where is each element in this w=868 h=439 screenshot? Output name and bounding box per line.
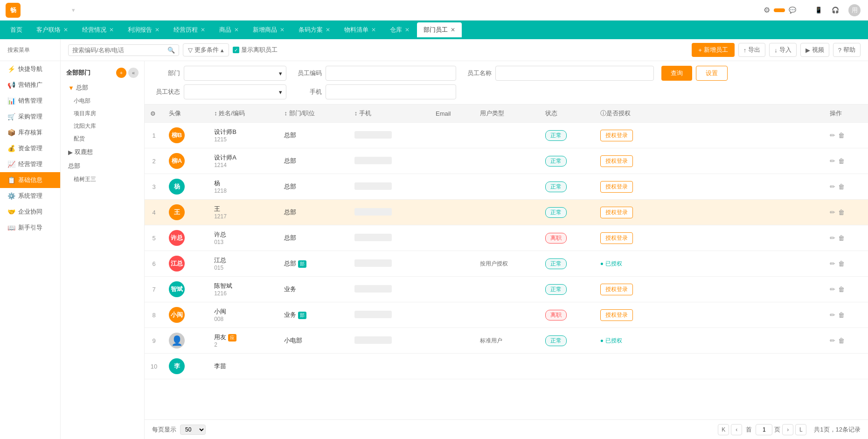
delete-button[interactable]: 🗑 — [838, 286, 845, 293]
tab-close-icon[interactable]: ✕ — [451, 27, 455, 33]
auth-button[interactable]: 授权登录 — [600, 155, 633, 167]
delete-button[interactable]: 🗑 — [838, 183, 845, 190]
help-button[interactable]: ? 帮助 — [833, 43, 861, 57]
auth-button[interactable]: 授权登录 — [600, 232, 633, 244]
dept-filter-select[interactable]: ▾ — [184, 66, 286, 81]
tab-goods[interactable]: 商品✕ — [213, 22, 245, 37]
experience-button[interactable] — [774, 8, 785, 12]
page-number-input[interactable] — [756, 424, 772, 435]
tab-close-icon[interactable]: ✕ — [155, 27, 160, 33]
phone-input[interactable] — [326, 84, 456, 99]
tab-close-icon[interactable]: ✕ — [405, 27, 410, 33]
gear-icon[interactable]: ⚙ — [764, 6, 770, 14]
sidebar-item-inventory[interactable]: 📦 库存核算 — [0, 125, 60, 140]
delete-button[interactable]: 🗑 — [838, 311, 845, 319]
delete-button[interactable]: 🗑 — [838, 209, 845, 216]
sidebar-item-basic[interactable]: 📋 基础信息 — [0, 172, 60, 188]
edit-button[interactable]: ✏ — [830, 132, 835, 139]
import-button[interactable]: ↓ 导入 — [769, 43, 797, 57]
dept-item-zongbu-parent[interactable]: ▼ 总部 — [61, 81, 144, 95]
col-setting[interactable]: ⚙ — [145, 105, 163, 123]
tab-close-icon[interactable]: ✕ — [326, 27, 330, 33]
emp-name-input[interactable] — [495, 66, 654, 81]
sidebar-item-shortcut[interactable]: ⚡ 快捷导航 — [0, 61, 60, 77]
sidebar-item-finance[interactable]: 💰 资金管理 — [0, 140, 60, 156]
tab-bom[interactable]: 物料清单✕ — [338, 22, 382, 37]
edit-button[interactable]: ✏ — [830, 234, 835, 242]
collapse-tree-button[interactable]: « — [128, 68, 139, 78]
last-page-button[interactable]: L — [795, 424, 806, 435]
delete-button[interactable]: 🗑 — [838, 234, 845, 242]
search-submit-icon[interactable]: 🔍 — [167, 47, 175, 54]
set-button[interactable]: 设置 — [696, 66, 728, 81]
delete-button[interactable]: 🗑 — [838, 157, 845, 165]
edit-button[interactable]: ✏ — [830, 260, 835, 267]
dept-item-zhishu[interactable]: 植树王三 — [61, 173, 144, 186]
tab-close-icon[interactable]: ✕ — [234, 27, 239, 33]
more-filter-button[interactable]: ▽ 更多条件 ▴ — [183, 43, 229, 56]
dept-item-shuanglu[interactable]: ▶ 双鹿想 — [61, 145, 144, 159]
col-name[interactable]: ↕ 姓名/编码 — [208, 105, 278, 123]
show-resigned-toggle[interactable]: ✓ 显示离职员工 — [233, 46, 278, 54]
tab-home[interactable]: 首页 — [4, 22, 29, 37]
edit-button[interactable]: ✏ — [830, 337, 835, 344]
dept-item-peihuo[interactable]: 配货 — [61, 132, 144, 145]
tab-add-goods[interactable]: 新增商品✕ — [246, 22, 291, 37]
tab-close-icon[interactable]: ✕ — [201, 27, 205, 33]
emp-status-select[interactable]: ▾ — [184, 84, 286, 99]
col-dept[interactable]: ↕ 部门/职位 — [278, 105, 348, 123]
tab-close-icon[interactable]: ✕ — [371, 27, 376, 33]
dept-item-xiaodian[interactable]: 小电部 — [61, 95, 144, 107]
edit-button[interactable]: ✏ — [830, 286, 835, 293]
tab-barcode[interactable]: 条码方案✕ — [292, 22, 337, 37]
auth-button[interactable]: 授权登录 — [600, 181, 633, 193]
emp-code-input[interactable] — [326, 66, 456, 81]
edit-button[interactable]: ✏ — [830, 209, 835, 216]
sidebar-item-guide[interactable]: 📖 新手引导 — [0, 220, 60, 236]
col-phone[interactable]: ↕ 手机 — [349, 105, 430, 123]
first-page-button[interactable]: K — [718, 424, 729, 435]
tab-close-icon[interactable]: ✕ — [63, 27, 68, 33]
prev-page-button[interactable]: ‹ — [731, 424, 742, 435]
export-button[interactable]: ↑ 导出 — [738, 43, 766, 57]
app-download-button[interactable]: 📱 — [815, 7, 824, 14]
delete-button[interactable]: 🗑 — [838, 337, 845, 344]
auth-button[interactable]: 授权登录 — [600, 309, 633, 321]
sidebar-search-input[interactable] — [4, 43, 61, 57]
tab-customer[interactable]: 客户联络✕ — [30, 22, 75, 37]
tab-history[interactable]: 经营历程✕ — [167, 22, 212, 37]
auth-button[interactable]: 授权登录 — [600, 207, 633, 218]
add-dept-button[interactable]: + — [116, 68, 126, 78]
settings-icon[interactable]: ⚙ — [150, 110, 156, 117]
sidebar-item-system[interactable]: ⚙️ 系统管理 — [0, 188, 60, 204]
auth-button[interactable]: 授权登录 — [600, 130, 633, 141]
tab-employees[interactable]: 部门员工✕ — [417, 22, 462, 37]
view-button[interactable]: ▶ 视频 — [800, 43, 829, 57]
sidebar-item-operation[interactable]: 📈 经营管理 — [0, 156, 60, 172]
dept-item-xiangmu[interactable]: 项目库房 — [61, 107, 144, 120]
edit-button[interactable]: ✏ — [830, 157, 835, 165]
tab-close-icon[interactable]: ✕ — [109, 27, 114, 33]
add-employee-button[interactable]: + 新增员工 — [692, 43, 735, 57]
search-input[interactable] — [72, 47, 166, 54]
next-page-button[interactable]: › — [782, 424, 793, 435]
tab-warehouse[interactable]: 仓库✕ — [383, 22, 416, 37]
sidebar-item-collab[interactable]: 🤝 企业协同 — [0, 204, 60, 220]
query-button[interactable]: 查询 — [661, 66, 692, 81]
auth-button[interactable]: 授权登录 — [600, 284, 633, 295]
dept-item-shenyang[interactable]: 沈阳大库 — [61, 120, 144, 132]
user-menu[interactable]: 用 — [848, 4, 862, 16]
tab-profit[interactable]: 利润报告✕ — [121, 22, 166, 37]
edit-button[interactable]: ✏ — [830, 183, 835, 190]
sidebar-item-marketing[interactable]: 📢 营销推广 — [0, 77, 60, 93]
delete-button[interactable]: 🗑 — [838, 260, 845, 267]
dept-item-zongbu[interactable]: 总部 — [61, 159, 144, 173]
sidebar-item-sales[interactable]: 📊 销售管理 — [0, 93, 60, 109]
per-page-select[interactable]: 50 100 — [180, 425, 206, 435]
tab-close-icon[interactable]: ✕ — [280, 27, 285, 33]
delete-button[interactable]: 🗑 — [838, 132, 845, 139]
messages-button[interactable]: 💬 — [789, 7, 807, 14]
dropdown-arrow-icon[interactable]: ▾ — [72, 7, 75, 14]
online-support-button[interactable]: 🎧 — [832, 7, 841, 14]
sidebar-item-purchase[interactable]: 🛒 采购管理 — [0, 109, 60, 125]
